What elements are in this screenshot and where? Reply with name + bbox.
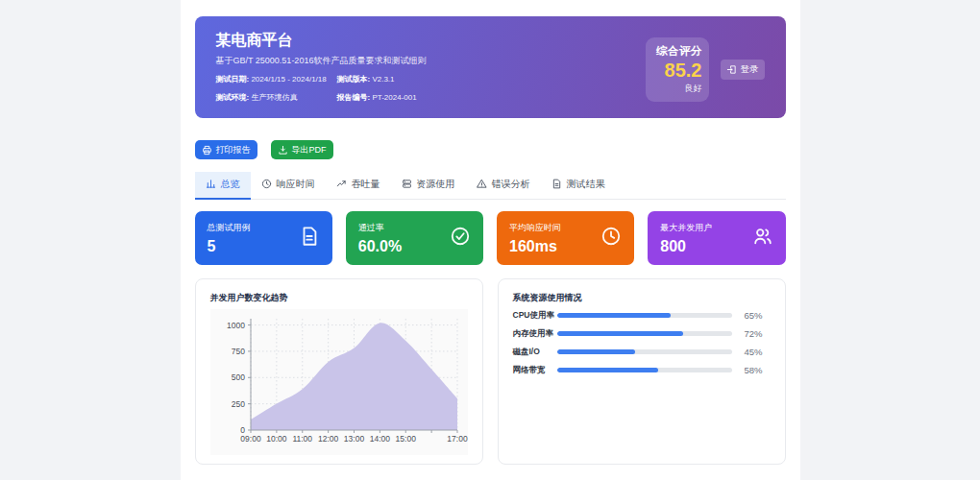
report-meta-item: 报告编号: PT-2024-001 (337, 92, 427, 103)
document-icon (299, 226, 320, 251)
export-pdf-button[interactable]: 导出PDF (271, 140, 333, 159)
concurrent-users-chart: 0250500750100009:0010:0011:0012:0013:001… (210, 309, 468, 455)
header-left: 某电商平台 基于GB/T 25000.51-2016软件产品质量要求和测试细则 … (216, 31, 427, 108)
meta-label: 测试日期: (216, 75, 250, 84)
system-resources-panel: 系统资源使用情况 CPU使用率65%内存使用率72%磁盘I/O45%网络带宽58… (498, 278, 786, 465)
tab-response-time[interactable]: 响应时间 (251, 172, 326, 200)
report-meta-item: 测试日期: 2024/1/15 - 2024/1/18 (216, 74, 337, 84)
tab-label: 响应时间 (277, 178, 315, 191)
stat-card-total-cases: 总测试用例5 (195, 211, 332, 265)
resource-bar-fill (557, 349, 636, 354)
stat-card-avg-response-time: 平均响应时间160ms (497, 211, 634, 265)
svg-text:13:00: 13:00 (343, 434, 364, 444)
printer-icon (202, 145, 212, 156)
resource-bar-fill (557, 313, 671, 318)
clock-icon (261, 179, 272, 191)
meta-label: 测试环境: (216, 93, 250, 102)
tab-overview[interactable]: 总览 (195, 172, 251, 200)
header-right: 综合评分 85.2 良好 登录 (646, 31, 765, 108)
stat-card-pass-rate: 通过率60.0% (346, 211, 483, 265)
resource-bar-fill (557, 331, 683, 336)
trend-up-icon (336, 179, 347, 191)
svg-text:750: 750 (231, 347, 244, 356)
server-icon (402, 179, 412, 191)
report-meta-item: 测试版本: V2.3.1 (337, 74, 427, 84)
stat-cards: 总测试用例5通过率60.0%平均响应时间160ms最大并发用户800 (195, 211, 786, 265)
stat-label: 总测试用例 (208, 222, 251, 234)
bar-chart-icon (206, 179, 216, 191)
resource-row: 网络带宽58% (513, 364, 771, 376)
concurrent-users-panel: 并发用户数变化趋势 0250500750100009:0010:0011:001… (195, 278, 483, 465)
resources-title: 系统资源使用情况 (513, 292, 771, 304)
svg-text:14:00: 14:00 (369, 434, 390, 444)
meta-value: 生产环境仿真 (251, 93, 297, 102)
stat-value: 5 (208, 238, 251, 255)
meta-value: 2024/1/15 - 2024/1/18 (251, 75, 326, 84)
resource-row: 内存使用率72% (513, 327, 771, 340)
area-chart: 0250500750100009:0010:0011:0012:0013:001… (210, 309, 468, 451)
resource-percent: 65% (738, 310, 763, 321)
meta-value: V2.3.1 (372, 75, 394, 84)
resource-bar-track (557, 349, 732, 354)
tab-label: 吞吐量 (352, 178, 380, 191)
tab-bar: 总览响应时间吞吐量资源使用错误分析测试结果 (195, 172, 786, 200)
tab-label: 总览 (221, 178, 240, 191)
stat-value: 800 (660, 238, 712, 255)
tab-label: 测试结果 (567, 178, 605, 191)
stat-label: 平均响应时间 (509, 222, 561, 234)
tab-throughput[interactable]: 吞吐量 (326, 172, 391, 200)
stat-label: 通过率 (358, 222, 402, 234)
tab-error-analysis[interactable]: 错误分析 (466, 172, 541, 200)
stat-card-max-concurrent-users: 最大并发用户800 (648, 211, 785, 265)
login-button[interactable]: 登录 (721, 60, 765, 80)
download-icon (278, 145, 288, 156)
svg-text:10:00: 10:00 (266, 434, 287, 444)
stat-value: 60.0% (358, 238, 402, 255)
meta-label: 报告编号: (337, 93, 371, 102)
svg-text:11:00: 11:00 (292, 434, 312, 444)
tab-label: 错误分析 (492, 178, 530, 191)
resource-bar-track (557, 368, 732, 372)
tab-test-results[interactable]: 测试结果 (541, 172, 616, 200)
tab-resource-usage[interactable]: 资源使用 (391, 172, 466, 200)
document-icon (551, 179, 562, 191)
resource-bar-track (557, 313, 732, 318)
resource-label: 内存使用率 (513, 328, 555, 340)
login-icon (726, 64, 737, 75)
panels: 并发用户数变化趋势 0250500750100009:0010:0011:001… (195, 278, 786, 465)
report-meta: 测试日期: 2024/1/15 - 2024/1/18测试版本: V2.3.1测… (216, 74, 427, 103)
svg-text:12:00: 12:00 (317, 434, 338, 444)
svg-text:15:00: 15:00 (395, 434, 416, 444)
check-circle-icon (450, 226, 471, 251)
action-buttons: 打印报告 导出PDF (195, 140, 786, 159)
overall-score-box: 综合评分 85.2 良好 (646, 37, 709, 102)
resource-label: 网络带宽 (513, 365, 555, 376)
tab-label: 资源使用 (417, 178, 455, 191)
resource-bar-track (557, 331, 732, 336)
resource-bar-fill (557, 368, 659, 372)
users-icon (752, 226, 773, 251)
stat-value: 160ms (509, 238, 561, 255)
resource-row: CPU使用率65% (513, 309, 771, 322)
resource-percent: 72% (738, 328, 763, 339)
svg-text:1000: 1000 (227, 321, 245, 330)
meta-label: 测试版本: (337, 75, 371, 84)
page-subtitle: 基于GB/T 25000.51-2016软件产品质量要求和测试细则 (216, 55, 427, 67)
resource-percent: 45% (738, 347, 763, 357)
svg-text:250: 250 (231, 399, 244, 409)
resource-percent: 58% (738, 365, 763, 375)
resource-label: CPU使用率 (513, 310, 555, 322)
score-label: 综合评分 (652, 44, 702, 59)
score-value: 85.2 (652, 59, 702, 83)
page-title: 某电商平台 (216, 31, 427, 51)
svg-text:09:00: 09:00 (240, 434, 261, 444)
svg-text:17:00: 17:00 (447, 434, 468, 444)
print-report-button[interactable]: 打印报告 (195, 140, 257, 159)
resource-row: 磁盘I/O45% (513, 346, 771, 358)
report-page: 某电商平台 基于GB/T 25000.51-2016软件产品质量要求和测试细则 … (181, 0, 800, 480)
report-header: 某电商平台 基于GB/T 25000.51-2016软件产品质量要求和测试细则 … (195, 16, 786, 118)
svg-text:500: 500 (231, 372, 244, 382)
clock-icon (600, 226, 622, 251)
resource-label: 磁盘I/O (513, 347, 555, 358)
score-grade: 良好 (652, 83, 702, 95)
